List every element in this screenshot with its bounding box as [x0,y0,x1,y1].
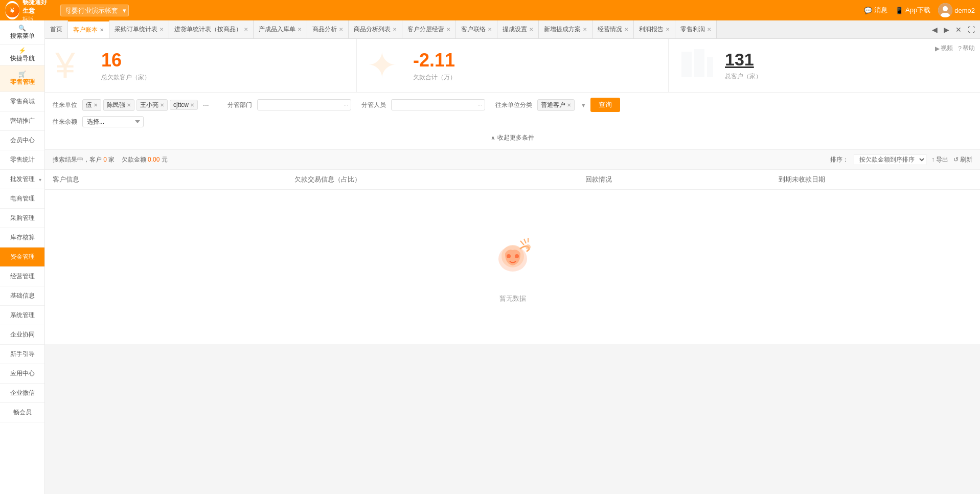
tab-purchase-order[interactable]: 采购订单统计表 ✕ [109,20,169,39]
tab-fullscreen[interactable]: ⛶ [966,25,977,35]
export-icon: ↑ [931,156,935,163]
sidebar-quick-nav[interactable]: ⚡ 快捷导航 [0,45,44,65]
app-download-btn[interactable]: 📱 App下载 [895,6,930,15]
sidebar-item-finance[interactable]: 资金管理 [0,248,44,267]
tag-close-normal[interactable]: ✕ [567,102,571,108]
user-avatar-area[interactable]: demo2 [938,3,975,17]
main-layout: 🔍 搜索菜单 ⚡ 快捷导航 🛒 零售管理 零售商城 营销推广 会员中心 零售统计 [0,20,980,494]
col-customer-info: 客户信息 [53,175,294,184]
empty-state: 暂无数据 [45,190,980,344]
sidebar-item-members[interactable]: 会员中心 [0,131,44,150]
tab-promotion-settings[interactable]: 提成设置 ✕ [497,20,539,39]
sidebar-item-system[interactable]: 系统管理 [0,306,44,325]
logo-inner: ¥ [5,3,19,17]
tag-close-wu[interactable]: ✕ [94,102,98,108]
mobile-icon: 📱 [895,7,903,14]
sidebar-item-ecommerce[interactable]: 电商管理 [0,189,44,209]
stat-label-clients: 总客户（家） [725,72,762,81]
tab-close-product-inbound[interactable]: ✕ [298,27,302,32]
tab-scroll-right[interactable]: ▶ [942,25,951,35]
sidebar: 🔍 搜索菜单 ⚡ 快捷导航 🛒 零售管理 零售商城 营销推广 会员中心 零售统计 [0,20,45,494]
filter-row-2: 往来余额 选择... [53,116,972,127]
tag-close-cjttcw[interactable]: ✕ [190,102,194,108]
sort-select[interactable]: 按欠款金额到序排序 [854,154,926,165]
video-help-btn[interactable]: ▶ 视频 [935,44,953,53]
tab-retail-profit[interactable]: 零售利润 ✕ [675,20,717,39]
tab-customer-tier[interactable]: 客户分层经营 ✕ [402,20,456,39]
tab-scroll-left[interactable]: ◀ [930,25,940,35]
refresh-btn[interactable]: ↺ 刷新 [953,155,972,164]
sidebar-item-operations[interactable]: 经营管理 [0,267,44,286]
tab-profit-report[interactable]: 利润报告 ✕ [634,20,675,39]
tab-accounts-receivable[interactable]: 客户账本 ✕ [68,20,109,39]
tag-chen: 陈民强 ✕ [103,99,134,111]
tab-close-add-promotion[interactable]: ✕ [583,27,587,32]
tab-inbound-stats[interactable]: 进货单统计表（按商品） ✕ [169,20,254,39]
sidebar-item-inventory[interactable]: 库存核算 [0,228,44,248]
tab-home[interactable]: 首页 [45,20,68,39]
tab-add-promotion[interactable]: 新增提成方案 ✕ [539,20,592,39]
dept-input-wrap: ··· [257,99,351,110]
tab-product-inbound[interactable]: 产成品入库单 ✕ [254,20,307,39]
sidebar-item-retail-shop[interactable]: 零售商城 [0,92,44,111]
tag-close-chen[interactable]: ✕ [127,102,131,108]
stats-row: ¥ 16 总欠款客户（家） ✦ -2.11 欠款合计（万） [45,39,980,93]
sidebar-item-marketing[interactable]: 营销推广 [0,111,44,131]
sidebar-item-basic-info[interactable]: 基础信息 [0,286,44,306]
tab-close-customer-tier[interactable]: ✕ [446,27,450,32]
app-wrapper: ¥ 畅捷通好生意 标版 母婴行业演示帐套 ▾ 💬 消息 📱 App下载 [0,0,980,494]
sidebar-item-enterprise-wechat[interactable]: 企业微信 [0,384,44,403]
tab-close-inbound[interactable]: ✕ [244,27,248,32]
tab-close-product-analysis[interactable]: ✕ [339,27,343,32]
dept-more-dots[interactable]: ··· [344,102,348,108]
logo-area: ¥ 畅捷通好生意 标版 [5,0,50,23]
tab-product-analysis[interactable]: 商品分析 ✕ [307,20,349,39]
tab-close-customer-contact[interactable]: ✕ [488,27,492,32]
svg-rect-5 [707,57,713,77]
sidebar-search[interactable]: 🔍 搜索菜单 [0,20,44,45]
chevron-up-icon: ∧ [491,134,495,142]
help-btn[interactable]: ? 帮助 [958,44,975,53]
message-icon: 💬 [864,7,872,14]
export-btn[interactable]: ↑ 导出 [931,155,948,164]
svg-point-10 [526,244,531,250]
sidebar-item-retail[interactable]: 🛒 零售管理 [0,65,44,92]
tab-close-profit[interactable]: ✕ [666,27,670,32]
message-btn[interactable]: 💬 消息 [864,6,887,15]
account-selector-wrap[interactable]: 母婴行业演示帐套 ▾ [55,5,129,16]
more-tags-btn[interactable]: ··· [200,100,212,110]
tab-close-promotion[interactable]: ✕ [529,27,533,32]
stat-label-customers: 总欠款客户（家） [101,73,150,82]
tab-close-all[interactable]: ✕ [953,25,964,35]
sidebar-item-enterprise-collab[interactable]: 企业协同 [0,325,44,345]
stat-total-debt: ✦ -2.11 欠款合计（万） [357,39,669,92]
sidebar-item-purchase[interactable]: 采购管理 [0,209,44,228]
sidebar-item-vip-member[interactable]: 畅会员 [0,403,44,422]
sidebar-item-new-guide[interactable]: 新手引导 [0,345,44,364]
tab-close-retail-profit[interactable]: ✕ [707,27,711,32]
sidebar-item-retail-stats[interactable]: 零售统计 [0,150,44,170]
tag-close-wang[interactable]: ✕ [160,102,164,108]
category-dropdown-icon[interactable]: ▾ [582,101,585,109]
tab-close-operation[interactable]: ✕ [624,27,628,32]
tag-normal-customer: 普通客户 ✕ [537,99,575,111]
tab-close-analysis-list[interactable]: ✕ [393,27,397,32]
tab-customer-contact[interactable]: 客户联络 ✕ [456,20,497,39]
tab-close-purchase[interactable]: ✕ [159,27,164,32]
retail-icon: 🛒 [2,71,42,78]
sidebar-item-app-center[interactable]: 应用中心 [0,364,44,384]
account-selector[interactable]: 母婴行业演示帐套 [60,5,129,16]
category-filter-label: 往来单位分类 [495,101,532,109]
tab-product-analysis-list[interactable]: 商品分析列表 ✕ [349,20,402,39]
collapse-button[interactable]: ∧ 收起更多条件 [53,131,972,144]
sidebar-item-wholesale[interactable]: 批发管理 ▾ [0,170,44,189]
empty-text: 暂无数据 [499,294,526,303]
person-input[interactable] [391,99,485,110]
tab-operation-status[interactable]: 经营情况 ✕ [592,20,634,39]
dept-input[interactable] [257,99,351,110]
remainder-select[interactable]: 选择... [82,116,144,127]
tab-close-accounts-receivable[interactable]: ✕ [100,28,104,33]
col-repayment: 回款情况 [585,175,779,184]
person-more-dots[interactable]: ··· [477,102,482,108]
query-button[interactable]: 查询 [590,98,620,112]
